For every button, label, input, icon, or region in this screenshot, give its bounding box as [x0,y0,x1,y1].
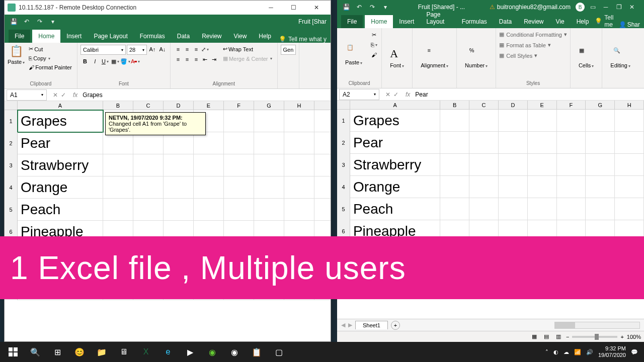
cell[interactable] [499,198,528,220]
col-header[interactable]: E [528,101,557,109]
system-tray[interactable]: ˄ ◐ ☁ 📶 🔊 9:32 PM 19/07/2020 💬 [541,345,642,358]
file-tab[interactable]: File [341,15,363,28]
notifications-icon[interactable]: 💬 [631,349,638,355]
cell[interactable] [528,176,557,198]
tray-cloud-icon[interactable]: ☁ [564,349,569,355]
number-dropdown[interactable]: %Number [460,30,493,85]
cell[interactable] [440,198,469,220]
cell[interactable]: Grapes [350,110,440,132]
decrease-indent-icon[interactable]: ⇤ [201,55,210,64]
italic-button[interactable]: I [91,57,100,66]
merge-center-button[interactable]: ▦ Merge & Center [221,54,274,63]
page-layout-tab[interactable]: Page Layout [88,30,133,43]
zoom-level[interactable]: 100% [627,334,641,340]
formula-bar[interactable]: Grapes [80,92,331,99]
cell[interactable] [586,110,615,132]
cell[interactable] [469,176,499,198]
cell[interactable] [284,154,314,176]
enter-formula-icon[interactable]: ✓ [393,91,398,98]
cell[interactable] [133,132,164,154]
fill-color-button[interactable]: 🪣 [121,57,130,66]
cell[interactable] [133,154,164,176]
sheet-nav-next-icon[interactable]: ▶ [348,322,352,328]
col-header[interactable]: E [194,101,224,110]
cell[interactable] [224,110,254,132]
cell[interactable] [586,132,615,154]
view-tab[interactable]: Vie [550,15,571,28]
cell[interactable] [224,176,254,199]
taskbar-clock[interactable]: 9:32 PM 19/07/2020 [598,345,626,358]
redo-icon[interactable]: ↷ [367,2,377,12]
cell[interactable] [194,132,224,154]
col-header[interactable]: B [103,101,133,110]
col-header[interactable]: G [254,101,284,110]
cell[interactable]: Pear [18,132,103,154]
fx-icon[interactable]: fx [70,92,80,99]
col-header[interactable]: B [440,101,469,109]
taskbar-app-rdp[interactable]: 🖥 [113,342,135,362]
col-header[interactable]: F [557,101,586,109]
close-button[interactable]: ✕ [627,2,637,12]
col-header[interactable]: D [499,101,528,109]
cell[interactable] [528,198,557,220]
cell[interactable] [284,110,314,132]
cell[interactable]: Peach [350,198,440,220]
taskbar-app-chrome[interactable]: ◉ [223,342,246,362]
col-header[interactable]: C [133,101,164,110]
cell[interactable] [615,132,644,154]
cell[interactable] [469,198,499,220]
row-header[interactable]: 3 [337,154,350,176]
share-button[interactable]: 👤 Shar [619,21,640,28]
home-tab[interactable]: Home [32,30,60,43]
col-header[interactable]: A [18,101,103,110]
cell[interactable] [103,199,133,221]
number-format-select[interactable]: Gen [281,45,296,55]
sheet-tab[interactable]: Sheet1 [355,321,388,329]
col-header[interactable]: H [615,101,644,109]
minimize-button[interactable]: ─ [260,1,282,15]
taskbar-app-video[interactable]: ▶ [179,342,201,362]
wifi-icon[interactable]: 📶 [574,349,581,355]
taskbar-app-emoji[interactable]: 😊 [68,342,91,362]
row-header[interactable]: 2 [5,132,18,154]
undo-icon[interactable]: ↶ [354,2,364,12]
cell[interactable] [133,176,164,199]
user-email[interactable]: buitronghieu82@gmail.com [497,4,571,11]
cell[interactable] [615,176,644,198]
border-button[interactable]: ▦ [111,57,120,66]
decrease-font-icon[interactable]: A↓ [158,45,167,54]
file-tab[interactable]: File [9,30,30,43]
name-box[interactable]: A1▾ [7,89,47,101]
cell[interactable] [528,154,557,176]
cell[interactable] [440,176,469,198]
cut-button[interactable]: ✂ Cut [27,45,74,53]
row-header[interactable]: 3 [5,154,18,176]
col-header[interactable]: H [284,101,314,110]
cell[interactable] [440,132,469,154]
save-icon[interactable]: 💾 [341,2,351,12]
align-center-icon[interactable]: ≡ [183,55,192,64]
align-right-icon[interactable]: ≡ [192,55,201,64]
cell-styles-button[interactable]: ▦ Cell Styles ▾ [499,51,567,60]
taskbar-app-excel[interactable]: X [135,342,157,362]
user-avatar[interactable]: B [576,3,585,12]
tray-app-icon[interactable]: ◐ [553,349,558,355]
page-layout-view-icon[interactable]: ▤ [542,332,551,341]
cell[interactable] [254,176,284,199]
cell[interactable] [528,132,557,154]
qat-more-icon[interactable]: ▾ [48,17,58,27]
taskbar-app-ie[interactable]: e [157,342,179,362]
cell[interactable]: Orange [350,176,440,198]
taskbar-app-notes[interactable]: 📋 [246,342,268,362]
cell[interactable] [557,110,586,132]
font-dropdown[interactable]: AFont [385,30,409,85]
review-tab[interactable]: Review [196,30,227,43]
cell[interactable] [469,154,499,176]
volume-icon[interactable]: 🔊 [586,349,593,355]
enter-formula-icon[interactable]: ✓ [61,92,66,99]
cell[interactable] [586,198,615,220]
cell[interactable] [440,110,469,132]
row-header[interactable]: 5 [337,198,350,220]
row-header[interactable]: 5 [5,199,18,221]
cell[interactable] [284,176,314,199]
